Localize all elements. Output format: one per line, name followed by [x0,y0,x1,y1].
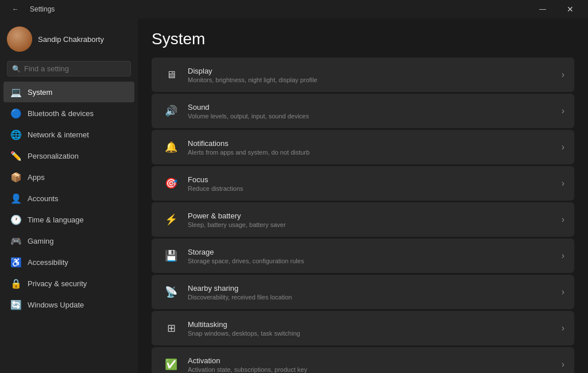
sidebar-item-update[interactable]: 🔄 Windows Update [3,294,134,315]
sidebar-item-system[interactable]: 💻 System [3,82,134,102]
settings-row-sound[interactable]: 🔊 Sound Volume levels, output, input, so… [152,94,574,128]
notifications-chevron: › [562,142,564,152]
network-icon: 🌐 [10,129,22,140]
settings-row-multitasking[interactable]: ⊞ Multitasking Snap windows, desktops, t… [152,311,574,345]
activation-text: Activation Activation state, subscriptio… [188,356,557,373]
power-chevron: › [562,214,564,225]
close-button[interactable]: ✕ [557,0,583,18]
nearby-title: Nearby sharing [188,284,557,293]
minimize-button[interactable]: — [529,0,556,18]
nearby-icon: 📡 [161,282,181,302]
focus-icon: 🎯 [161,174,181,193]
sidebar-label-personalization: Personalization [28,152,79,160]
time-icon: 🕐 [10,214,22,225]
sidebar-label-system: System [28,88,52,97]
storage-chevron: › [562,251,564,261]
nearby-subtitle: Discoverability, received files location [188,294,557,301]
system-icon: 💻 [10,86,22,98]
multitasking-chevron: › [562,323,564,333]
profile-name: Sandip Chakraborty [38,35,104,44]
multitasking-title: Multitasking [188,320,557,329]
sidebar-item-bluetooth[interactable]: 🔵 Bluetooth & devices [3,103,134,124]
sidebar-item-network[interactable]: 🌐 Network & internet [3,124,134,145]
notifications-text: Notifications Alerts from apps and syste… [188,139,557,156]
nearby-text: Nearby sharing Discoverability, received… [188,284,557,301]
accounts-icon: 👤 [10,193,22,204]
settings-list: 🖥 Display Monitors, brightness, night li… [152,57,574,373]
sidebar-label-privacy: Privacy & security [28,279,87,288]
sound-subtitle: Volume levels, output, input, sound devi… [188,113,557,120]
nearby-chevron: › [562,287,564,297]
notifications-icon: 🔔 [161,137,181,157]
multitasking-subtitle: Snap windows, desktops, task switching [188,330,557,337]
update-icon: 🔄 [10,299,22,310]
multitasking-icon: ⊞ [161,318,181,338]
app-title: Settings [30,5,55,13]
settings-row-nearby[interactable]: 📡 Nearby sharing Discoverability, receiv… [152,275,574,309]
gaming-icon: 🎮 [10,235,22,247]
activation-chevron: › [562,359,564,370]
sidebar-item-privacy[interactable]: 🔒 Privacy & security [3,273,134,294]
titlebar: ← Settings — ✕ [0,0,588,18]
activation-icon: ✅ [161,355,181,373]
display-icon: 🖥 [161,65,181,84]
sound-icon: 🔊 [161,101,181,121]
notifications-subtitle: Alerts from apps and system, do not dist… [188,149,557,156]
content-wrapper: System 🖥 Display Monitors, brightness, n… [152,30,574,373]
back-button[interactable]: ← [7,0,24,18]
sidebar-label-time: Time & language [28,216,84,224]
settings-row-storage[interactable]: 💾 Storage Storage space, drives, configu… [152,239,574,273]
focus-chevron: › [562,178,564,189]
search-icon: 🔍 [12,65,21,73]
display-chevron: › [562,70,564,80]
power-title: Power & battery [188,212,557,220]
accessibility-icon: ♿ [10,256,22,268]
sidebar-item-apps[interactable]: 📦 Apps [3,167,134,187]
profile-section[interactable]: Sandip Chakraborty [0,18,138,59]
sidebar-item-accounts[interactable]: 👤 Accounts [3,188,134,209]
sidebar-label-bluetooth: Bluetooth & devices [28,109,94,118]
sidebar-label-accessibility: Accessibility [28,258,68,267]
focus-subtitle: Reduce distractions [188,185,557,192]
sidebar: Sandip Chakraborty 🔍 💻 System 🔵 Bluetoot… [0,18,138,373]
settings-row-display[interactable]: 🖥 Display Monitors, brightness, night li… [152,57,574,92]
activation-subtitle: Activation state, subscriptions, product… [188,366,557,373]
storage-icon: 💾 [161,246,181,266]
focus-title: Focus [188,175,557,184]
sound-text: Sound Volume levels, output, input, soun… [188,103,557,120]
privacy-icon: 🔒 [10,278,22,289]
apps-icon: 📦 [10,171,22,183]
display-title: Display [188,67,557,75]
multitasking-text: Multitasking Snap windows, desktops, tas… [188,320,557,337]
display-subtitle: Monitors, brightness, night light, displ… [188,76,557,83]
sidebar-item-time[interactable]: 🕐 Time & language [3,209,134,230]
settings-row-power[interactable]: ⚡ Power & battery Sleep, battery usage, … [152,202,574,237]
sidebar-item-personalization[interactable]: ✏️ Personalization [3,145,134,166]
window-controls: — ✕ [529,0,583,18]
sidebar-item-gaming[interactable]: 🎮 Gaming [3,230,134,251]
search-input[interactable] [24,64,126,73]
activation-title: Activation [188,356,557,365]
bluetooth-icon: 🔵 [10,107,22,119]
focus-text: Focus Reduce distractions [188,175,557,192]
sound-chevron: › [562,106,564,116]
settings-row-activation[interactable]: ✅ Activation Activation state, subscript… [152,347,574,373]
settings-row-focus[interactable]: 🎯 Focus Reduce distractions › [152,166,574,201]
page-title: System [152,30,574,48]
storage-text: Storage Storage space, drives, configura… [188,248,557,264]
sidebar-item-accessibility[interactable]: ♿ Accessibility [3,252,134,272]
power-text: Power & battery Sleep, battery usage, ba… [188,212,557,228]
sidebar-label-apps: Apps [28,173,45,182]
sidebar-label-network: Network & internet [28,130,89,139]
sidebar-label-update: Windows Update [28,301,84,309]
avatar [7,26,32,52]
storage-subtitle: Storage space, drives, configuration rul… [188,257,557,264]
power-icon: ⚡ [161,210,181,229]
sidebar-nav: 💻 System 🔵 Bluetooth & devices 🌐 Network… [0,81,138,316]
storage-title: Storage [188,248,557,256]
personalization-icon: ✏️ [10,150,22,161]
notifications-title: Notifications [188,139,557,148]
settings-row-notifications[interactable]: 🔔 Notifications Alerts from apps and sys… [152,130,574,164]
power-subtitle: Sleep, battery usage, battery saver [188,221,557,228]
search-box[interactable]: 🔍 [7,61,131,76]
